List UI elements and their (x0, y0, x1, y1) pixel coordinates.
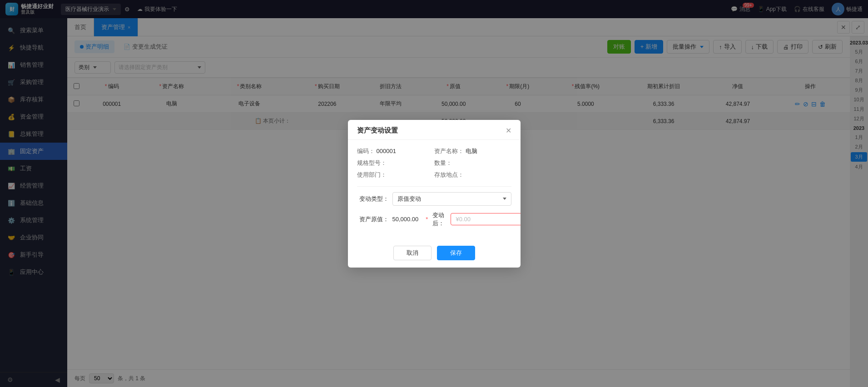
modal-overlay: 资产变动设置 ✕ 编码： 000001 资产名称： 电脑 规格型号： 数量： (0, 0, 868, 387)
modal-change-type-row: 变动类型： 原值变动 (357, 192, 511, 206)
modal-divider (357, 186, 511, 187)
change-type-chevron (503, 198, 506, 200)
after-change-input[interactable] (451, 213, 520, 225)
modal-asset-name: 资产名称： 电脑 (434, 147, 511, 155)
modal-spec: 规格型号： (357, 159, 434, 167)
modal-quantity: 数量： (434, 159, 511, 167)
modal-code: 编码： 000001 (357, 147, 434, 155)
modal-dept: 使用部门： (357, 171, 434, 179)
modal-save-btn[interactable]: 保存 (437, 246, 475, 260)
asset-change-modal: 资产变动设置 ✕ 编码： 000001 资产名称： 电脑 规格型号： 数量： (348, 120, 521, 268)
original-value-display: 50,000.00 (392, 216, 419, 223)
modal-title: 资产变动设置 (357, 126, 398, 135)
change-type-label: 变动类型： (357, 195, 389, 203)
change-type-selector[interactable]: 原值变动 (392, 192, 511, 206)
modal-cancel-btn[interactable]: 取消 (393, 246, 432, 260)
required-star: * (426, 216, 428, 223)
original-value-label: 资产原值： (357, 215, 389, 223)
after-change-label: 变动后： (432, 211, 444, 228)
modal-storage: 存放地点： (434, 171, 511, 179)
modal-close-btn[interactable]: ✕ (506, 126, 511, 135)
modal-original-value-row: 资产原值： 50,000.00 * 变动后： (357, 211, 511, 228)
modal-body: 编码： 000001 资产名称： 电脑 规格型号： 数量： 使用部门： (348, 140, 521, 240)
modal-header: 资产变动设置 ✕ (348, 120, 521, 140)
modal-footer: 取消 保存 (348, 240, 521, 268)
